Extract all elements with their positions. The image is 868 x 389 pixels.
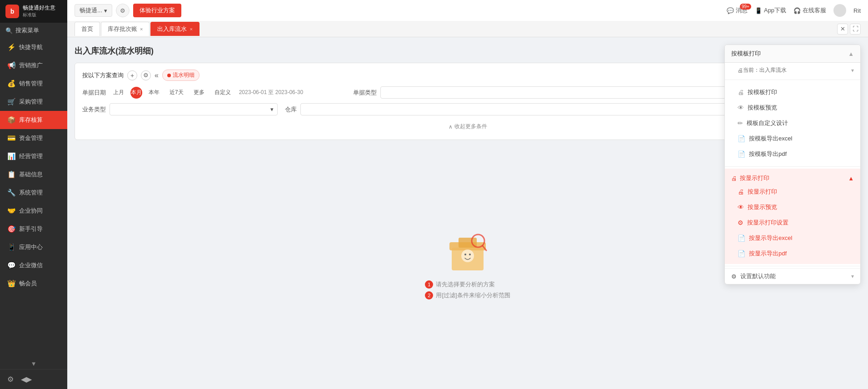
sidebar-item-members[interactable]: 👑 畅会员 <box>0 274 67 293</box>
sidebar-item-label: 畅会员 <box>19 279 37 288</box>
messages-button[interactable]: 💬 消息 99+ <box>727 6 748 15</box>
apps-icon: 📱 <box>7 243 15 251</box>
template-custom-item[interactable]: ✏ 模板自定义设计 <box>725 115 860 131</box>
step-1-text: 请先选择要分析的方案 <box>436 280 495 289</box>
display-settings-label: 按显示打印设置 <box>747 219 788 227</box>
double-arrow-icon: « <box>155 71 159 79</box>
chevron-down-icon: ▾ <box>851 67 854 74</box>
app-download-button[interactable]: 📱 App下载 <box>755 6 786 15</box>
template-print-label: 按模板打印 <box>748 88 777 96</box>
sidebar-item-finance[interactable]: 💳 资金管理 <box>0 129 67 147</box>
display-excel-item[interactable]: 📄 按显示导出excel <box>725 230 860 246</box>
sidebar-item-inventory[interactable]: 📦 库存核算 <box>0 111 67 129</box>
app-download-label: App下载 <box>764 6 786 15</box>
marketing-icon: 📢 <box>7 61 15 70</box>
template-print-item[interactable]: 🖨 按模板打印 <box>725 85 860 100</box>
date-option-7days[interactable]: 近7天 <box>166 88 187 97</box>
sidebar-item-purchase[interactable]: 🛒 采购管理 <box>0 93 67 111</box>
tab-flow-close[interactable]: × <box>190 26 192 32</box>
tab-batch-account-close[interactable]: × <box>140 26 143 32</box>
online-service-button[interactable]: 🎧 在线客服 <box>793 6 826 15</box>
tab-flow-label: 出入库流水 <box>157 25 187 33</box>
plus-icon: + <box>130 72 134 79</box>
gear-icon: ⚙ <box>731 273 737 280</box>
display-print-item[interactable]: 🖨 按显示打印 <box>725 184 860 199</box>
sidebar-footer-settings-btn[interactable]: ⚙ <box>7 375 14 384</box>
sidebar-item-guide[interactable]: 🎯 新手引导 <box>0 220 67 238</box>
date-option-last-month[interactable]: 上月 <box>110 88 128 97</box>
pdf-icon: 📄 <box>738 150 745 158</box>
sidebar-item-marketing[interactable]: 📢 营销推广 <box>0 56 67 75</box>
date-option-this-month[interactable]: 本月 <box>130 87 142 99</box>
sidebar-item-label: 营销推广 <box>19 61 43 70</box>
sidebar-logo: b 畅捷通好生意 标准版 <box>0 0 67 23</box>
date-option-more[interactable]: 更多 <box>190 88 208 97</box>
step-2-number: 2 <box>425 291 433 299</box>
warehouse-label: 仓库 <box>285 105 297 114</box>
filter-collapse-button[interactable]: « <box>155 71 159 80</box>
company-name: 畅捷通... <box>80 6 102 15</box>
display-pdf-item[interactable]: 📄 按显示导出pdf <box>725 246 860 261</box>
sidebar-item-operations[interactable]: 📊 经营管理 <box>0 147 67 165</box>
sidebar-item-label: 资金管理 <box>19 134 43 142</box>
topbar: 畅捷通... ▾ ⚙ 体验行业方案 💬 消息 99+ 📱 App下载 🎧 在线客… <box>67 0 868 21</box>
svg-point-5 <box>461 249 474 262</box>
sidebar-item-wechat[interactable]: 💬 企业微信 <box>0 256 67 274</box>
sidebar-item-sales[interactable]: 💰 销售管理 <box>0 75 67 93</box>
tab-home[interactable]: 首页 <box>75 22 100 36</box>
sidebar-item-enterprise[interactable]: 🤝 企业协同 <box>0 202 67 220</box>
tab-batch-account[interactable]: 库存批次账 × <box>101 22 150 36</box>
page-title: 出入库流水(流水明细) <box>75 45 154 56</box>
main-area: 畅捷通... ▾ ⚙ 体验行业方案 💬 消息 99+ 📱 App下载 🎧 在线客… <box>67 0 868 389</box>
sidebar-item-apps[interactable]: 📱 应用中心 <box>0 238 67 256</box>
app-logo-icon: b <box>5 5 19 18</box>
user-avatar[interactable] <box>833 4 846 17</box>
biz-type-select[interactable]: ▾ <box>110 103 278 115</box>
template-excel-item[interactable]: 📄 按模板导出excel <box>725 131 860 146</box>
divider-1 <box>725 80 860 80</box>
user-name: Rit <box>853 7 861 14</box>
topbar-right: 💬 消息 99+ 📱 App下载 🎧 在线客服 Rit <box>727 4 861 17</box>
date-field-label: 单据日期 <box>82 89 106 97</box>
sidebar-item-label: 经营管理 <box>19 152 43 160</box>
finance-icon: 💳 <box>7 134 15 142</box>
window-maximize-button[interactable]: ⛶ <box>850 24 861 35</box>
sidebar-item-basic[interactable]: 📋 基础信息 <box>0 165 67 184</box>
sidebar-item-quick-nav[interactable]: ⚡ 快捷导航 <box>0 38 67 56</box>
display-preview-item[interactable]: 👁 按显示预览 <box>725 199 860 215</box>
window-close-button[interactable]: ✕ <box>837 24 848 35</box>
sidebar-footer-collapse-btn[interactable]: ◀▶ <box>21 375 32 384</box>
filter-settings-button[interactable]: ⚙ <box>141 70 151 80</box>
dropdown-footer-settings[interactable]: ⚙ 设置默认功能 ▾ <box>725 268 860 284</box>
template-icon: 🖨 <box>738 67 743 74</box>
filter-tag[interactable]: 流水明细 <box>162 70 200 81</box>
template-pdf-item[interactable]: 📄 按模板导出pdf <box>725 146 860 162</box>
sidebar-item-label: 企业微信 <box>19 261 43 269</box>
edit-icon: ✏ <box>738 120 743 127</box>
purchase-icon: 🛒 <box>7 98 15 106</box>
settings-icon: ⚙ <box>738 219 743 226</box>
company-selector[interactable]: 畅捷通... ▾ <box>75 4 112 17</box>
tab-batch-account-label: 库存批次账 <box>108 25 137 33</box>
date-option-custom[interactable]: 自定义 <box>211 88 234 97</box>
sidebar-scroll-down[interactable]: ▼ <box>0 359 67 369</box>
display-preview-label: 按显示预览 <box>748 203 777 211</box>
display-settings-item[interactable]: ⚙ 按显示打印设置 <box>725 215 860 230</box>
sidebar-item-system[interactable]: 🔧 系统管理 <box>0 184 67 202</box>
headset-icon: 🎧 <box>793 7 801 14</box>
tab-flow[interactable]: 出入库流水 × <box>150 22 199 36</box>
online-service-label: 在线客服 <box>803 6 826 15</box>
filter-label: 按以下方案查询 <box>82 71 124 80</box>
sidebar-item-label: 快捷导航 <box>19 43 43 51</box>
template-preview-item[interactable]: 👁 按模板预览 <box>725 100 860 115</box>
sidebar-search-item[interactable]: 🔍 搜索菜单 <box>0 23 67 38</box>
industry-button[interactable]: 体验行业方案 <box>133 4 181 17</box>
biz-type-field: 业务类型 ▾ <box>82 103 278 115</box>
filter-add-button[interactable]: + <box>127 70 137 80</box>
topbar-gear-button[interactable]: ⚙ <box>116 4 130 17</box>
system-icon: 🔧 <box>7 189 15 197</box>
date-option-this-year[interactable]: 本年 <box>145 88 163 97</box>
app-version: 标准版 <box>23 12 55 18</box>
biz-type-label: 业务类型 <box>82 105 106 114</box>
preview-icon: 👁 <box>738 204 744 211</box>
